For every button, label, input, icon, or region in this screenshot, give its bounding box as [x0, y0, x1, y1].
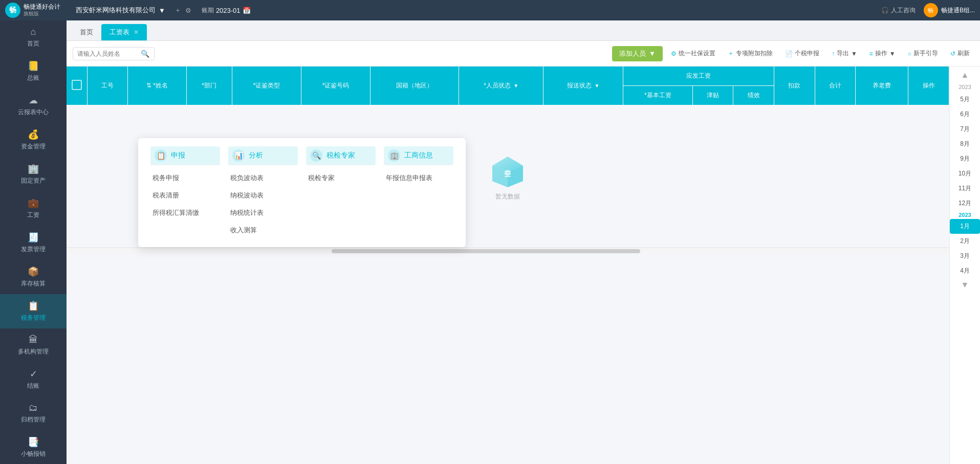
sidebar-item-salary[interactable]: 💼 工资 — [0, 191, 67, 226]
cal-month-6[interactable]: 6月 — [950, 107, 980, 122]
th-id-number: *证鉴号码 — [301, 67, 370, 105]
sidebar-item-tax[interactable]: 📋 税务管理 — [0, 294, 67, 328]
menu-item-tax-table[interactable]: 税表清册 — [150, 187, 220, 204]
select-all-checkbox[interactable] — [72, 80, 82, 90]
settings-icon[interactable]: ⚙ — [185, 7, 191, 14]
app-edition: 旗舰版 — [24, 10, 60, 17]
sidebar-label-fund: 资金管理 — [21, 142, 46, 151]
add-icon[interactable]: ＋ — [175, 6, 181, 15]
cal-month-12[interactable]: 12月 — [950, 196, 980, 211]
operations-dropdown-icon: ▼ — [889, 50, 896, 57]
cal-month-9[interactable]: 9月 — [950, 151, 980, 166]
menu-item-tax-declaration[interactable]: 税务申报 — [150, 169, 220, 187]
sidebar-item-report[interactable]: 📑 小畅报销 — [0, 430, 67, 464]
app-title: 畅捷通好会计 — [24, 3, 60, 10]
cal-month-11[interactable]: 11月 — [950, 181, 980, 196]
cal-month-7[interactable]: 7月 — [950, 122, 980, 137]
sidebar-label-invoice: 发票管理 — [21, 245, 46, 254]
th-department: *部门 — [186, 67, 232, 105]
menu-item-income-tax[interactable]: 所得税汇算清缴 — [150, 204, 220, 222]
report-status-filter-icon[interactable]: ▼ — [594, 83, 599, 89]
settle-icon: ✓ — [30, 368, 37, 380]
cal-month-8[interactable]: 8月 — [950, 137, 980, 151]
multi-icon: 🏛 — [29, 335, 38, 345]
sidebar-item-ledger[interactable]: 📒 总账 — [0, 54, 67, 89]
calendar-icon[interactable]: 📅 — [243, 7, 251, 14]
current-year-badge: 2023 — [956, 211, 973, 219]
sidebar-item-fund[interactable]: 💰 资金管理 — [0, 123, 67, 157]
fund-icon: 💰 — [28, 129, 39, 140]
scroll-thumb[interactable] — [332, 249, 641, 253]
tab-close-btn[interactable]: ✕ — [134, 29, 139, 36]
sidebar-item-multi[interactable]: 🏛 多机构管理 — [0, 328, 67, 362]
special-deduction-btn[interactable]: ＋ 专项附加扣除 — [724, 47, 777, 60]
refresh-btn[interactable]: ↺ 刷新 — [946, 47, 974, 60]
tab-bar: 首页 工资表 ✕ — [67, 20, 980, 41]
tax-dropdown-menu: 📋 申报 税务申报 税表清册 所得税汇算清缴 📊 分析 税负波动表 — [138, 138, 466, 247]
tax-inspection-icon: 🔍 — [310, 149, 322, 162]
th-report-status: 报送状态 ▼ — [543, 67, 623, 105]
sort-icon[interactable]: ⇅ — [146, 82, 151, 89]
cal-month-2[interactable]: 2月 — [950, 234, 980, 249]
sidebar-item-archive[interactable]: 🗂 归档管理 — [0, 396, 67, 430]
section-header-analysis: 📊 分析 — [228, 146, 298, 165]
period-value: 2023-01 — [216, 7, 241, 14]
guide-btn[interactable]: ○ 新手引导 — [904, 47, 942, 60]
sidebar-label-salary: 工资 — [27, 211, 39, 219]
sidebar-label-tax: 税务管理 — [21, 314, 46, 322]
company-selector[interactable]: 西安虾米网络科技有限公司 ▼ — [72, 4, 169, 17]
calendar-down-btn[interactable]: ▼ — [959, 278, 971, 292]
add-dropdown-icon: ▼ — [649, 50, 656, 57]
section-header-tax-inspection: 🔍 税检专家 — [306, 146, 376, 165]
th-total: 合计 — [815, 67, 856, 105]
menu-item-annual-report[interactable]: 年报信息申报表 — [384, 169, 453, 187]
sidebar-item-home[interactable]: ⌂ 首页 — [0, 20, 67, 54]
tab-salary-table[interactable]: 工资表 ✕ — [101, 24, 147, 40]
operations-btn[interactable]: ≡ 操作 ▼ — [865, 47, 900, 60]
section-header-declaration: 📋 申报 — [150, 146, 220, 165]
menu-item-expert[interactable]: 税检专家 — [306, 169, 376, 187]
search-input[interactable] — [77, 50, 139, 57]
sidebar-item-settle[interactable]: ✓ 结账 — [0, 362, 67, 396]
user-menu-btn[interactable]: 畅 畅捷通B组... — [924, 3, 975, 17]
cal-month-10[interactable]: 10月 — [950, 166, 980, 181]
sidebar-label-multi: 多机构管理 — [18, 347, 49, 356]
menu-item-tax-payment[interactable]: 纳税波动表 — [228, 187, 298, 204]
sidebar-item-invoice[interactable]: 🧾 发票管理 — [0, 226, 67, 260]
table-wrapper: 工号 ⇅ *姓名 *部门 *证鉴类型 *证鉴号码 国籍（地区） *人员状态 ▼ — [67, 67, 949, 464]
ledger-icon: 📒 — [28, 60, 39, 72]
export-icon: ↑ — [832, 50, 835, 57]
assets-icon: 🏢 — [28, 163, 39, 174]
company-name: 西安虾米网络科技有限公司 — [76, 6, 156, 15]
sidebar-item-inventory[interactable]: 📦 库存核算 — [0, 260, 67, 294]
menu-item-tax-stats[interactable]: 纳税统计表 — [228, 204, 298, 222]
tab-home[interactable]: 首页 — [72, 24, 101, 40]
th-deduction: 扣款 — [774, 67, 815, 105]
table-calendar-wrapper: 工号 ⇅ *姓名 *部门 *证鉴类型 *证鉴号码 国籍（地区） *人员状态 ▼ — [67, 67, 980, 464]
th-person-status: *人员状态 ▼ — [459, 67, 543, 105]
cal-month-4[interactable]: 4月 — [950, 263, 980, 278]
horizontal-scrollbar[interactable] — [67, 248, 949, 254]
tax-icon: 📋 — [28, 300, 39, 312]
tax-return-btn[interactable]: 📄 个税申报 — [781, 47, 823, 60]
declaration-icon: 📋 — [155, 149, 167, 162]
cal-month-1[interactable]: 1月 — [950, 219, 980, 234]
sidebar-item-cloud[interactable]: ☁ 云报表中心 — [0, 89, 67, 123]
help-btn[interactable]: 🎧 人工咨询 — [881, 6, 916, 15]
analysis-icon: 📊 — [232, 149, 245, 162]
menu-item-tax-burden[interactable]: 税负波动表 — [228, 169, 298, 187]
sidebar: ⌂ 首页 📒 总账 ☁ 云报表中心 💰 资金管理 🏢 固定资产 💼 工资 — [0, 20, 67, 464]
cal-month-3[interactable]: 3月 — [950, 249, 980, 263]
th-checkbox[interactable] — [67, 67, 87, 105]
section-header-business-info: 🏢 工商信息 — [384, 146, 453, 165]
sidebar-item-assets[interactable]: 🏢 固定资产 — [0, 157, 67, 191]
user-name: 畅捷通B组... — [941, 6, 975, 15]
calendar-up-btn[interactable]: ▲ — [959, 69, 971, 82]
menu-item-income-estimate[interactable]: 收入测算 — [228, 222, 298, 239]
export-btn[interactable]: ↑ 导出 ▼ — [827, 47, 861, 60]
cal-month-5[interactable]: 5月 — [950, 92, 980, 107]
person-status-filter-icon[interactable]: ▼ — [513, 83, 518, 89]
social-security-btn[interactable]: ⚙ 统一社保设置 — [667, 47, 720, 60]
report-icon: 📑 — [28, 436, 39, 448]
add-person-btn[interactable]: 添加人员 ▼ — [612, 46, 663, 61]
